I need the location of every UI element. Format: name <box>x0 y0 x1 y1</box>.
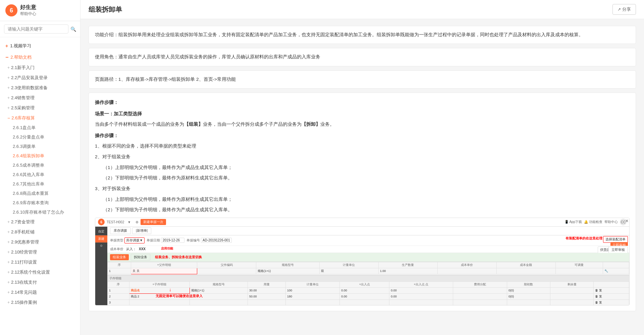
mock-logo: 6 <box>98 219 105 225</box>
plus-icon-2-1: + <box>7 65 10 70</box>
expand-icon-2: − <box>5 54 8 60</box>
sidebar-item-install[interactable]: + 2.2产品安装及登录 <box>0 73 80 83</box>
mock-sub-table: 序 +子件明细 规格型号 用量 计量单位 +出入点 +出入点 点 <box>107 281 629 305</box>
ops-title: 操作步骤： <box>95 131 630 140</box>
app-title: 好生意 <box>20 4 36 11</box>
sidebar-item-payment[interactable]: + 2.13在线支付 <box>0 277 80 287</box>
nav-sub-2-13: + 2.13在线支付 <box>0 277 80 287</box>
sidebar-item-finance[interactable]: + 2.7资金管理 <box>0 217 80 227</box>
plus-icon-2-14: + <box>7 290 10 295</box>
plus-icon-2-7: + <box>7 220 10 224</box>
path-text: 页面路径：1、库存核算->库存管理->组装拆卸单 2、首页->常用功能 <box>95 77 236 82</box>
sidebar-item-mobile[interactable]: + 2.8手机旺铺 <box>0 227 80 237</box>
mock-assembly-btn[interactable]: 组装业务 <box>110 254 129 260</box>
intro-text: 功能介绍：组装拆卸单用来处理企业组装或拆卸等加工业务，支持有固定装配清单的产品加… <box>95 32 583 37</box>
sidebar-item-transfer[interactable]: 2.6.3调拨单 <box>0 142 80 151</box>
sidebar-item-stock-book[interactable]: 2.6.9库存账本查询 <box>0 198 80 208</box>
sidebar-item-coupon[interactable]: + 2.9优惠券管理 <box>0 237 80 247</box>
mock-new-bill-btn[interactable]: 新建单据一次 <box>141 219 166 225</box>
role-block: 使用角色：通常由生产人员或库管人员完成拆装业务的操作，库管人员确认原材料的出库和… <box>89 48 636 66</box>
annotation-switch: 组装业务、拆卸业务在这里切换 <box>155 255 202 260</box>
sidebar-item-help-docs[interactable]: − 2.帮助文档 <box>0 52 80 63</box>
annotation-bom: 有装配清单的在这里处理 <box>566 236 602 241</box>
sidebar-item-partial-stocktake[interactable]: 2.6.2分量盘点单 <box>0 132 80 142</box>
nav-sub-2-12: + 2.12系统个性化设置 <box>0 267 80 277</box>
mock-tab-new[interactable]: |新增单| <box>132 227 151 234</box>
nav-sub-2-3: + 2.3使用前数据准备 <box>0 83 80 93</box>
nav-section-2: − 2.帮助文档 + 2.1新手入门 + 2.2产品安装及登录 <box>0 52 80 308</box>
mock-date-input[interactable]: 2019-12-26 <box>161 238 184 243</box>
sidebar-item-personalize[interactable]: + 2.12系统个性化设置 <box>0 267 80 277</box>
annotation-enable: 启用功能 <box>161 246 173 251</box>
sidebar-item-assembly[interactable]: 2.6.4组装拆卸单 <box>0 151 80 161</box>
nav-sub-2-15: + 2.15操作案例 <box>0 297 80 308</box>
screenshot-container: 6 TEST-H002 ▼ ⚙ 新建单据一次 📱 App下载 🔔 功能检查 帮助… <box>95 218 630 305</box>
share-icon: ↗ <box>618 7 621 12</box>
app-logo: 6 <box>5 4 17 16</box>
nav-sub-2-5: + 2.5采购管理 <box>0 103 80 113</box>
sidebar-header: 6 好生意 帮助中心 <box>0 0 80 21</box>
step-2-2: （2）下部明细为子件明细，最终作为原材料生成其它出库单。 <box>95 174 630 182</box>
section-2-6-items: 2.6.1盘点单 2.6.2分量盘点单 2.6.3调拨单 2.6.4组装拆卸单 … <box>0 123 80 217</box>
mock-bill-type-input[interactable]: 库存调拨▼ <box>124 237 145 243</box>
steps-title: 操作步骤： <box>95 98 630 107</box>
nav-sub-2-6: − 2.6库存核算 2.6.1盘点单 2.6.2分量盘点单 2.6.3调拨单 2… <box>0 113 80 217</box>
mock-save-btn[interactable]: 立即审核 <box>608 246 628 253</box>
scene1-title: 场景一：加工类型选择 <box>95 110 630 118</box>
sidebar-item-management[interactable]: + 2.10经营管理 <box>0 247 80 257</box>
mock-tab-list[interactable]: 库存调拨 <box>110 227 131 234</box>
sidebar-item-cases[interactable]: + 2.15操作案例 <box>0 297 80 308</box>
nav-sub-2-8: + 2.8手机旺铺 <box>0 227 80 237</box>
mock-app-name: TEST-H002 <box>107 220 124 224</box>
sidebar-item-videos[interactable]: + 1.视频学习 <box>0 41 80 51</box>
sidebar-item-beginner[interactable]: + 2.1新手入门 <box>0 63 80 73</box>
nav-sub-2-10: + 2.10经营管理 <box>0 247 80 257</box>
mock-table: 序 +父件明细 父件编码 规格型号 计量单位 生产数量 成本单价 <box>107 262 629 274</box>
mock-sidebar: 自定 新建 ⚙ <box>95 227 107 305</box>
nav-sub-2-11: + 2.11打印设置 <box>0 257 80 267</box>
sidebar-item-other-in[interactable]: 2.6.6其他入库单 <box>0 170 80 179</box>
plus-icon-2-3: + <box>7 86 10 90</box>
page-title: 组装拆卸单 <box>89 5 122 14</box>
minus-icon-2-6: − <box>7 115 10 121</box>
mock-bill-no-input[interactable]: AD-20191226-001 <box>201 238 232 243</box>
sidebar-item-data-prep[interactable]: + 2.3使用前数据准备 <box>0 83 80 93</box>
plus-icon-2-15: + <box>7 300 10 305</box>
search-bar: 🔍 <box>0 21 80 37</box>
content-area: 功能介绍：组装拆卸单用来处理企业组装或拆卸等加工业务，支持有固定装配清单的产品加… <box>80 19 644 335</box>
nav-sub-2-2: + 2.2产品安装及登录 <box>0 73 80 83</box>
mock-select-bom-btn[interactable]: 选择装配清单 <box>603 236 628 243</box>
sidebar-item-stock-error[interactable]: 2.6.10库存账本错了怎么办 <box>0 208 80 217</box>
sidebar-item-cost-recalc[interactable]: 2.6.8商品成本重算 <box>0 189 80 198</box>
sidebar-item-faq[interactable]: + 2.14常见问题 <box>0 287 80 297</box>
step-3-2: （2）下部明细为子件明细，最终作为产成品生成其它入库单。 <box>95 206 630 214</box>
step-3-1: （1）上部明细为父件明细，最终作为原材料生成其它出库单； <box>95 195 630 204</box>
step-2: 2、对于组装业务 <box>95 153 630 161</box>
sidebar-item-purchase[interactable]: + 2.5采购管理 <box>0 103 80 113</box>
section-1-label: 1.视频学习 <box>10 43 31 49</box>
nav-sub-2-9: + 2.9优惠券管理 <box>0 237 80 247</box>
search-icon[interactable]: 🔍 <box>70 26 76 32</box>
sidebar-item-inventory[interactable]: − 2.6库存核算 <box>0 113 80 123</box>
sidebar-item-stocktake[interactable]: 2.6.1盘点单 <box>0 123 80 132</box>
share-button[interactable]: ↗ 分享 <box>612 4 636 15</box>
plus-icon-2-8: + <box>7 230 10 234</box>
top-bar: 组装拆卸单 ↗ 分享 <box>80 0 644 19</box>
expand-icon-1: + <box>5 43 8 49</box>
sidebar-item-cost-adjust[interactable]: 2.6.5成本调整单 <box>0 161 80 170</box>
plus-icon-2-10: + <box>7 250 10 255</box>
mock-disassembly-btn[interactable]: 拆卸业务 <box>131 254 150 261</box>
nav-sub-2-1: + 2.1新手入门 <box>0 63 80 73</box>
section-2-children: + 2.1新手入门 + 2.2产品安装及登录 + 2.3使用前数据准备 <box>0 63 80 308</box>
step-1: 1、根据不同的业务，选择不同单据的类型来处理 <box>95 142 630 151</box>
plus-icon-2-11: + <box>7 260 10 265</box>
plus-icon-2-9: + <box>7 240 10 244</box>
mock-close-btn[interactable]: ✕ <box>625 219 629 223</box>
search-input[interactable] <box>4 24 68 34</box>
sidebar-item-other-out[interactable]: 2.6.7其他出库单 <box>0 179 80 189</box>
section-2-label: 2.帮助文档 <box>10 54 32 60</box>
operations-section: 操作步骤： 场景一：加工类型选择 当由多个子件材料组装成一个成品的业务为【组装】… <box>89 93 636 311</box>
role-text: 使用角色：通常由生产人员或库管人员完成拆装业务的操作，库管人员确认原材料的出库和… <box>95 54 320 59</box>
sidebar-item-sales[interactable]: + 2.4销售管理 <box>0 93 80 103</box>
sidebar-item-print[interactable]: + 2.11打印设置 <box>0 257 80 267</box>
